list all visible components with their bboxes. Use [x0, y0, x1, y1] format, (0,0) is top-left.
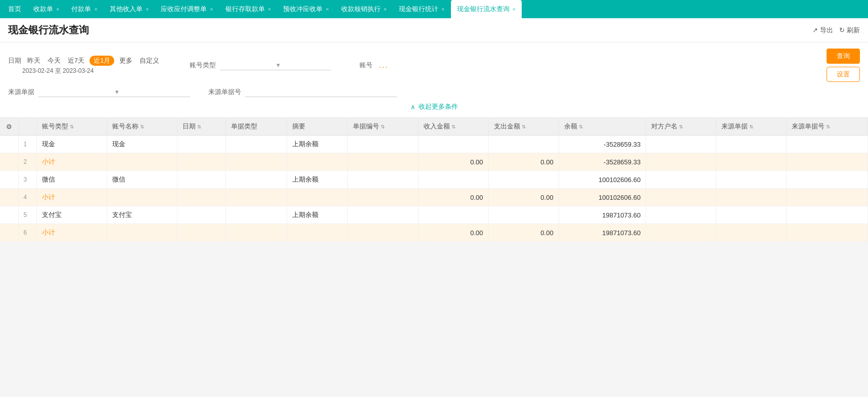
cell-source_doc	[716, 224, 787, 242]
nav-home[interactable]: 首页	[2, 5, 27, 14]
cell-account_type: 微信	[36, 171, 107, 189]
source-doc-dropdown-icon: ▾	[115, 88, 188, 96]
table-header-source_doc[interactable]: 来源单据⇅	[716, 118, 787, 136]
date-option[interactable]: 近1月	[89, 56, 114, 66]
cell-doc_no	[348, 171, 418, 189]
cell-counter_party	[646, 224, 716, 242]
table-header-counter_party[interactable]: 对方户名⇅	[646, 118, 716, 136]
cell-income	[418, 136, 488, 153]
date-range: 2023-02-24 至 2023-03-24	[22, 67, 94, 75]
cell-date	[177, 206, 225, 224]
date-option[interactable]: 近7天	[66, 56, 86, 66]
sort-icon: ⇅	[140, 124, 144, 129]
table-header-account_name[interactable]: 账号名称⇅	[107, 118, 177, 136]
cell-gear	[0, 189, 18, 206]
table-header-income[interactable]: 收入金额⇅	[418, 118, 488, 136]
nav-tab[interactable]: 其他收入单×	[104, 0, 155, 18]
nav-tab[interactable]: 预收冲应收单×	[277, 0, 335, 18]
nav-tab[interactable]: 现金银行流水查询×	[451, 0, 522, 18]
cell-source_doc_no	[787, 136, 868, 153]
cell-income	[418, 206, 488, 224]
cell-account_type: 小计	[36, 224, 107, 242]
sort-icon: ⇅	[749, 124, 753, 129]
export-icon: ↗	[812, 26, 818, 34]
close-icon[interactable]: ×	[441, 6, 444, 12]
table-header-date[interactable]: 日期⇅	[177, 118, 225, 136]
table-header-expense[interactable]: 支出金额⇅	[488, 118, 559, 136]
table-header-num	[18, 118, 36, 136]
date-options: 昨天今天近7天近1月更多自定义	[25, 56, 161, 66]
cell-counter_party	[646, 206, 716, 224]
query-button[interactable]: 查询	[827, 49, 860, 64]
table-header-doc_no[interactable]: 单据编号⇅	[348, 118, 418, 136]
nav-tab[interactable]: 应收应付调整单×	[155, 0, 219, 18]
cell-date	[177, 136, 225, 153]
close-icon[interactable]: ×	[326, 6, 329, 12]
date-option[interactable]: 今天	[45, 56, 63, 66]
refresh-icon: ↻	[839, 26, 845, 34]
account-more-btn[interactable]: ...	[377, 61, 390, 70]
action-buttons: 查询 设置	[827, 49, 860, 82]
cell-account_name: 现金	[107, 136, 177, 153]
source-doc-label: 来源单据	[8, 87, 34, 97]
filter-area: 日期 昨天今天近7天近1月更多自定义 2023-02-24 至 2023-03-…	[0, 42, 868, 118]
close-icon[interactable]: ×	[268, 6, 271, 12]
cell-gear	[0, 206, 18, 224]
account-type-select[interactable]: ▾	[220, 60, 331, 70]
table-container: ⚙账号类型⇅账号名称⇅日期⇅单据类型摘要单据编号⇅收入金额⇅支出金额⇅余额⇅对方…	[0, 118, 868, 242]
cell-account_type: 小计	[36, 189, 107, 206]
cell-source_doc_no	[787, 153, 868, 171]
date-option[interactable]: 更多	[117, 56, 134, 66]
table-row: 3微信微信上期余额100102606.60	[0, 171, 868, 189]
cell-doc_no	[348, 189, 418, 206]
cell-num: 3	[18, 171, 36, 189]
cell-counter_party	[646, 189, 716, 206]
source-doc-select[interactable]: ▾	[38, 87, 190, 97]
cell-num: 6	[18, 224, 36, 242]
close-icon[interactable]: ×	[94, 6, 97, 12]
close-icon[interactable]: ×	[384, 6, 387, 12]
account-label: 账号	[359, 61, 373, 70]
cell-source_doc_no	[787, 224, 868, 242]
cell-doc_no	[348, 224, 418, 242]
date-option[interactable]: 自定义	[138, 56, 161, 66]
cell-account_name	[107, 189, 177, 206]
source-doc-no-label: 来源单据号	[208, 87, 241, 97]
date-label: 日期	[8, 56, 21, 65]
table-header-gear: ⚙	[0, 118, 18, 136]
cell-expense	[488, 136, 559, 153]
close-icon[interactable]: ×	[210, 6, 213, 12]
nav-tab[interactable]: 银行存取款单×	[219, 0, 277, 18]
table-header-balance[interactable]: 余额⇅	[559, 118, 646, 136]
source-doc-no-input[interactable]	[245, 87, 397, 97]
data-table: ⚙账号类型⇅账号名称⇅日期⇅单据类型摘要单据编号⇅收入金额⇅支出金额⇅余额⇅对方…	[0, 118, 868, 242]
nav-tab[interactable]: 收款单×	[27, 0, 65, 18]
table-row: 5支付宝支付宝上期余额19871073.60	[0, 206, 868, 224]
table-header-source_doc_no[interactable]: 来源单据号⇅	[787, 118, 868, 136]
nav-tab[interactable]: 现金银行统计×	[393, 0, 450, 18]
cell-doc_type	[225, 136, 287, 153]
refresh-button[interactable]: ↻ 刷新	[839, 26, 860, 35]
cell-account_type: 支付宝	[36, 206, 107, 224]
filter-row-2: 来源单据 ▾ 来源单据号	[8, 87, 860, 97]
nav-tab[interactable]: 付款单×	[65, 0, 103, 18]
cell-summary	[287, 224, 348, 242]
collapse-bar[interactable]: ∧ 收起更多条件	[8, 102, 860, 111]
table-header-account_type[interactable]: 账号类型⇅	[36, 118, 107, 136]
cell-doc_no	[348, 206, 418, 224]
cell-date	[177, 171, 225, 189]
settings-button[interactable]: 设置	[827, 67, 860, 82]
close-icon[interactable]: ×	[146, 6, 149, 12]
cell-num: 1	[18, 136, 36, 153]
cell-date	[177, 153, 225, 171]
close-icon[interactable]: ×	[56, 6, 59, 12]
collapse-icon: ∧	[410, 103, 416, 111]
page-title: 现金银行流水查询	[8, 23, 89, 37]
export-button[interactable]: ↗ 导出	[812, 26, 833, 35]
table-header-summary: 摘要	[287, 118, 348, 136]
date-option[interactable]: 昨天	[25, 56, 42, 66]
collapse-label: 收起更多条件	[419, 102, 458, 111]
close-icon[interactable]: ×	[513, 6, 516, 12]
cell-num: 2	[18, 153, 36, 171]
nav-tab[interactable]: 收款核销执行×	[335, 0, 393, 18]
